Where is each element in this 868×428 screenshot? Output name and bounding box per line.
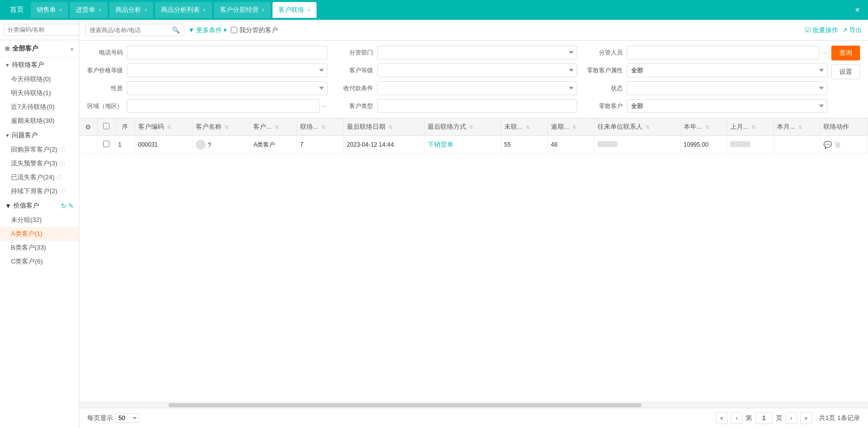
select-all-checkbox[interactable] bbox=[103, 123, 109, 129]
th-name[interactable]: 客户名称 ⇅ bbox=[192, 118, 250, 136]
phone-input[interactable] bbox=[127, 46, 327, 59]
sidebar-item-class-c[interactable]: C类客户(6) bbox=[0, 255, 79, 268]
sidebar-group-value[interactable]: ▼ 价值客户 ↻ ✎ bbox=[0, 198, 79, 213]
close-icon-1[interactable]: × bbox=[98, 7, 101, 13]
customer-type-input[interactable] bbox=[377, 99, 578, 113]
sidebar-item-class-a[interactable]: A类客户(1) bbox=[0, 227, 79, 241]
sidebar-group-problem[interactable]: ▼ 问题客户 bbox=[0, 128, 79, 143]
manager-dots-icon[interactable]: ··· bbox=[821, 49, 827, 56]
close-icon-4[interactable]: × bbox=[262, 7, 265, 13]
edit-icon[interactable]: ✎ bbox=[68, 202, 74, 210]
payment-select[interactable] bbox=[377, 81, 578, 95]
th-contact[interactable]: 联络... ⇅ bbox=[297, 118, 343, 136]
nav-tab-0[interactable]: 销售单 × bbox=[31, 2, 68, 18]
nav-tab-2[interactable]: 商品分析 × bbox=[109, 2, 153, 18]
sidebar-item-tomorrow[interactable]: 明天待联络(1) bbox=[0, 86, 79, 100]
close-icon-0[interactable]: × bbox=[59, 7, 62, 13]
price-level-select[interactable] bbox=[127, 63, 327, 77]
sidebar-content: ⊞ 全部客户 « ▼ 待联络客户 今天待联络(0) 明天待联络(1) 近7天待联… bbox=[0, 40, 79, 428]
sidebar-item-repurchase-abnormal[interactable]: 回购异常客户(2) ⓘ bbox=[0, 143, 79, 157]
close-icon-5[interactable]: × bbox=[307, 7, 310, 13]
filter-my-customer[interactable]: 我分管的客户 bbox=[231, 26, 278, 35]
nav-tab-3[interactable]: 商品分析列表 × bbox=[155, 2, 212, 18]
sidebar-item-overdue[interactable]: 逾期未联络(30) bbox=[0, 114, 79, 128]
manager-input[interactable] bbox=[627, 46, 819, 59]
nav-home[interactable]: 首页 bbox=[4, 0, 30, 20]
th-code[interactable]: 客户编码 ⇅ bbox=[135, 118, 192, 136]
sidebar-item-class-b[interactable]: B类客户(33) bbox=[0, 241, 79, 255]
price-level-wrap bbox=[127, 63, 327, 77]
th-last-method[interactable]: 最后联络方式 ⇅ bbox=[424, 118, 501, 136]
th-action-label: 联络动作 bbox=[823, 123, 849, 130]
nature-select[interactable] bbox=[127, 81, 327, 95]
horizontal-scrollbar[interactable] bbox=[79, 402, 868, 408]
retail-select[interactable]: 全部 bbox=[627, 99, 827, 113]
collapse-icon[interactable]: « bbox=[70, 45, 74, 53]
scrollbar-thumb[interactable] bbox=[168, 403, 642, 407]
th-not-contacted[interactable]: 未联... ⇅ bbox=[501, 118, 547, 136]
dept-select[interactable] bbox=[377, 46, 578, 59]
region-dots-icon[interactable]: ··· bbox=[322, 102, 327, 110]
last-method-link[interactable]: 下销货单 bbox=[428, 141, 453, 148]
close-icon-2[interactable]: × bbox=[144, 7, 147, 13]
close-icon-3[interactable]: × bbox=[203, 7, 206, 13]
query-button[interactable]: 查询 bbox=[831, 46, 860, 60]
th-gear[interactable]: ⚙ bbox=[79, 118, 97, 136]
filter-row-2: 客户价格等级 客户等级 bbox=[87, 63, 827, 77]
retail-attr-select[interactable]: 全部 bbox=[627, 63, 827, 77]
th-level[interactable]: 客户... ⇅ bbox=[250, 118, 297, 136]
prev-page-button[interactable]: ‹ bbox=[731, 412, 743, 424]
th-this-year[interactable]: 本年... ⇅ bbox=[680, 118, 727, 136]
th-last-date[interactable]: 最后联络日期 ⇅ bbox=[343, 118, 424, 136]
sidebar-search-area: 🔍 bbox=[0, 20, 79, 40]
refresh-icon[interactable]: ↻ bbox=[61, 202, 66, 210]
export-button[interactable]: ↗ 导出 bbox=[842, 26, 862, 35]
filter-search-input[interactable] bbox=[90, 27, 170, 34]
filter-more-button[interactable]: ▼ 更多条件 ▾ bbox=[188, 26, 227, 35]
next-page-button[interactable]: › bbox=[785, 412, 797, 424]
batch-op-button[interactable]: ☑ 批量操作 bbox=[805, 26, 838, 35]
row-checkbox[interactable] bbox=[103, 141, 109, 147]
th-contact2[interactable]: 往来单位联系人 ⇅ bbox=[595, 118, 681, 136]
nav-tab-5[interactable]: 客户联络 × bbox=[272, 2, 316, 18]
sidebar-item-churned[interactable]: 已流失客户(24) ⓘ bbox=[0, 170, 79, 184]
sidebar-item-churn-warning[interactable]: 流失预警客户(3) ⓘ bbox=[0, 157, 79, 170]
sidebar-item-declining[interactable]: 持续下滑客户(2) ⓘ bbox=[0, 184, 79, 198]
setting-button[interactable]: 设置 bbox=[831, 64, 860, 79]
sidebar-search-input[interactable] bbox=[4, 24, 79, 36]
filter-search-icon[interactable]: 🔍 bbox=[172, 26, 180, 34]
first-page-button[interactable]: « bbox=[716, 412, 728, 424]
batch-icon: ☑ bbox=[805, 26, 811, 34]
sidebar-all-header[interactable]: ⊞ 全部客户 « bbox=[0, 40, 79, 57]
th-overdue[interactable]: 逾期... ⇅ bbox=[547, 118, 594, 136]
sidebar-item-ungrouped[interactable]: 未分组(32) bbox=[0, 213, 79, 227]
sidebar-group-pending[interactable]: ▼ 待联络客户 bbox=[0, 57, 79, 72]
td-last-method[interactable]: 下销货单 bbox=[424, 136, 501, 154]
sidebar-item-7days[interactable]: 近7天待联络(0) bbox=[0, 100, 79, 114]
chat-icon[interactable]: 💬 bbox=[823, 141, 832, 149]
th-last-month[interactable]: 上月... ⇅ bbox=[727, 118, 774, 136]
retail-attr-wrap: 全部 bbox=[627, 63, 827, 77]
my-customer-checkbox[interactable] bbox=[231, 27, 237, 33]
last-page-button[interactable]: » bbox=[800, 412, 812, 424]
customer-level-select[interactable] bbox=[377, 63, 578, 77]
grid-icon[interactable]: ⊞ bbox=[835, 141, 841, 149]
page-input[interactable] bbox=[755, 412, 773, 424]
th-this-month[interactable]: 本月... ⇅ bbox=[774, 118, 820, 136]
table-area: ⚙ 序 客户编码 ⇅ 客户名称 ⇅ bbox=[79, 118, 868, 402]
th-checkbox[interactable] bbox=[97, 118, 115, 136]
gear-icon[interactable]: ⚙ bbox=[85, 123, 91, 131]
nav-tab-1[interactable]: 进货单 × bbox=[70, 2, 107, 18]
status-select[interactable] bbox=[627, 81, 827, 95]
action-cell: 💬 ⊞ bbox=[823, 141, 865, 149]
filter-right: ☑ 批量操作 ↗ 导出 bbox=[805, 26, 862, 35]
nav-tab-4[interactable]: 客户分层经营 × bbox=[214, 2, 271, 18]
all-customers-label: 全部客户 bbox=[12, 44, 38, 53]
sidebar-item-today[interactable]: 今天待联络(0) bbox=[0, 72, 79, 86]
td-checkbox[interactable] bbox=[97, 136, 115, 154]
sidebar: 🔍 ⊞ 全部客户 « ▼ 待联络客户 今天待联络(0) 明天待联络(1) 近7天… bbox=[0, 20, 79, 428]
triangle-icon: ▼ bbox=[5, 202, 11, 210]
close-all-button[interactable]: × bbox=[851, 5, 864, 15]
region-input[interactable] bbox=[127, 99, 320, 113]
page-size-select[interactable]: 50 20 100 200 bbox=[115, 413, 139, 423]
